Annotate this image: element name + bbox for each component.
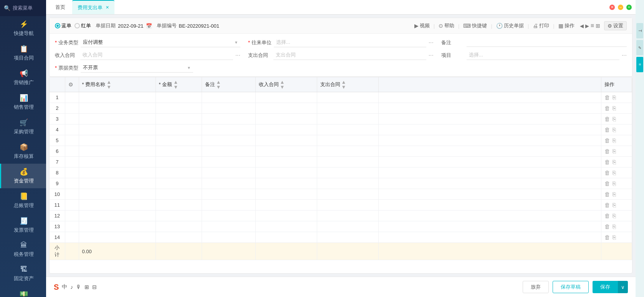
window-max-btn[interactable]: + [626,5,632,10]
chinese-icon[interactable]: 中 [62,284,67,290]
row-remark[interactable] [202,211,255,221]
row-income-contract[interactable] [255,232,317,243]
row-name[interactable] [79,92,156,103]
row-name[interactable] [79,114,156,124]
row-income-contract[interactable] [255,114,317,124]
row-remark[interactable] [202,92,255,103]
copy-icon[interactable]: ⎘ [613,223,616,230]
row-amount[interactable] [156,189,202,200]
right-panel-icon-2[interactable]: ✎ [636,40,643,55]
shortcut-btn[interactable]: ⌨ 快捷键 [463,22,487,29]
column-settings-icon[interactable]: ⚙ [68,81,73,88]
row-amount[interactable] [156,200,202,211]
row-remark[interactable] [202,189,255,200]
music-icon[interactable]: ♪ [70,284,73,290]
sidebar-item-capital[interactable]: 💰资金管理 [0,164,46,188]
sidebar-item-tax[interactable]: 🏛税务管理 [0,237,46,262]
row-income-contract[interactable] [255,146,317,157]
row-expense-contract[interactable] [317,221,378,232]
copy-icon[interactable]: ⎘ [613,137,616,144]
row-expense-contract[interactable] [317,124,378,135]
sort-remark-icon[interactable]: ▲▼ [216,80,221,90]
sidebar-search[interactable]: 🔍 搜索菜单 [0,0,46,16]
row-amount[interactable] [156,103,202,114]
delete-icon[interactable]: 🗑 [604,212,610,219]
income-contract-more-icon[interactable]: ··· [235,52,240,59]
save-dropdown-button[interactable]: ∨ [618,281,628,293]
delete-icon[interactable]: 🗑 [604,159,610,165]
row-remark[interactable] [202,124,255,135]
row-expense-contract[interactable] [317,103,378,114]
counterpart-more-icon[interactable]: ··· [429,39,434,46]
row-expense-contract[interactable] [317,92,378,103]
row-income-contract[interactable] [255,189,317,200]
row-amount[interactable] [156,135,202,146]
right-panel-icon-1[interactable]: T [636,23,643,38]
copy-icon[interactable]: ⎘ [613,94,616,101]
row-remark[interactable] [202,114,255,124]
copy-icon[interactable]: ⎘ [613,212,616,219]
set-button[interactable]: ⚙ 设置 [604,21,627,30]
row-name[interactable] [79,232,156,243]
sidebar-item-invoice[interactable]: 🧾发票管理 [0,213,46,237]
row-amount[interactable] [156,157,202,168]
row-name[interactable] [79,135,156,146]
sidebar-item-project-contract[interactable]: 📋项目合同 [0,41,46,65]
counterpart-placeholder[interactable]: 选择... [274,38,426,47]
grid-add-icon[interactable]: ⊞ [84,284,89,290]
copy-icon[interactable]: ⎘ [613,126,616,133]
sidebar-item-fixed-assets[interactable]: 🏗固定资产 [0,262,46,286]
mic-icon[interactable]: 🎙 [76,284,81,290]
row-income-contract[interactable] [255,221,317,232]
right-panel-icon-3[interactable]: ≡ [636,57,643,72]
row-amount[interactable] [156,92,202,103]
delete-icon[interactable]: 🗑 [604,116,610,122]
row-remark[interactable] [202,221,255,232]
delete-icon[interactable]: 🗑 [604,94,610,101]
copy-icon[interactable]: ⎘ [613,169,616,176]
window-min-btn[interactable]: – [618,5,623,10]
radio-blue[interactable]: 蓝单 [55,22,71,29]
abandon-button[interactable]: 放弃 [523,281,549,293]
row-name[interactable] [79,211,156,221]
row-remark[interactable] [202,232,255,243]
help-btn[interactable]: ⊙ 帮助 [439,22,454,29]
tab-expense-close[interactable]: ✕ [106,5,109,10]
row-expense-contract[interactable] [317,200,378,211]
expense-contract-more-icon[interactable]: ··· [429,52,434,59]
copy-icon[interactable]: ⎘ [613,202,616,208]
delete-icon[interactable]: 🗑 [604,126,610,133]
row-remark[interactable] [202,157,255,168]
sort-income-icon[interactable]: ▲▼ [280,80,285,90]
view-grid-btn[interactable]: ⊞ [596,23,600,29]
row-expense-contract[interactable] [317,146,378,157]
row-income-contract[interactable] [255,211,317,221]
row-income-contract[interactable] [255,200,317,211]
video-btn[interactable]: ▶ 视频 [414,22,430,29]
row-remark[interactable] [202,168,255,178]
row-name[interactable] [79,157,156,168]
row-income-contract[interactable] [255,178,317,189]
remark-input[interactable] [467,38,627,47]
row-income-contract[interactable] [255,124,317,135]
tab-home[interactable]: 首页 [50,0,71,14]
row-name[interactable] [79,124,156,135]
delete-icon[interactable]: 🗑 [604,148,610,154]
row-amount[interactable] [156,146,202,157]
delete-icon[interactable]: 🗑 [604,137,610,144]
delete-icon[interactable]: 🗑 [604,202,610,208]
delete-icon[interactable]: 🗑 [604,223,610,230]
row-expense-contract[interactable] [317,211,378,221]
business-type-select[interactable]: 应付调整 ▼ [81,38,240,47]
th-setting[interactable]: ⚙ [65,77,79,92]
delete-icon[interactable]: 🗑 [604,105,610,111]
sort-amount-icon[interactable]: ▲▼ [173,80,178,90]
sidebar-item-sales[interactable]: 📊销售管理 [0,90,46,114]
row-amount[interactable] [156,178,202,189]
row-remark[interactable] [202,200,255,211]
row-expense-contract[interactable] [317,168,378,178]
radio-red[interactable]: 红单 [74,22,91,29]
sidebar-item-salary[interactable]: 💵工资 [0,286,46,297]
row-income-contract[interactable] [255,168,317,178]
sidebar-item-purchase[interactable]: 🛒采购管理 [0,114,46,139]
